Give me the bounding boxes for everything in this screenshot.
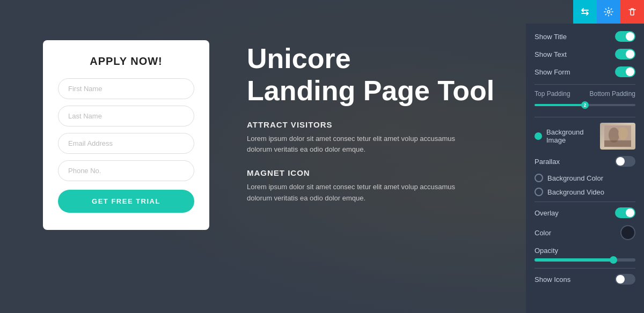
- color-row: Color: [535, 225, 635, 240]
- sidebar-panel: Show Title Show Text Show Form Top Paddi…: [526, 24, 644, 313]
- opacity-label: Opacity: [535, 247, 558, 255]
- show-icons-toggle[interactable]: [615, 274, 635, 285]
- top-toolbar: [573, 0, 644, 24]
- divider-2: [535, 117, 635, 117]
- divider-4: [535, 268, 635, 269]
- bg-color-radio[interactable]: [535, 174, 543, 182]
- padding-slider[interactable]: 2: [535, 100, 635, 110]
- bg-image-dot: [535, 132, 542, 140]
- get-free-trial-button[interactable]: GET FREE TRIAL: [58, 190, 194, 213]
- bg-color-label: Background Color: [547, 174, 603, 182]
- show-title-row: Show Title: [535, 31, 635, 42]
- show-title-toggle[interactable]: [615, 31, 635, 42]
- transfer-button[interactable]: [573, 0, 597, 24]
- svg-point-2: [609, 128, 619, 143]
- opacity-row: Opacity: [535, 245, 635, 262]
- color-label: Color: [535, 229, 551, 237]
- divider-1: [535, 84, 635, 85]
- hero-section: APPLY NOW! GET FREE TRIAL Unicore Landin…: [0, 0, 644, 313]
- show-text-toggle[interactable]: [615, 49, 635, 59]
- parallax-label: Parallax: [535, 158, 560, 166]
- bg-image-row: Background Image: [535, 123, 635, 150]
- svg-rect-4: [604, 140, 631, 147]
- show-text-label: Show Text: [535, 50, 567, 58]
- opacity-slider[interactable]: [535, 258, 635, 262]
- bg-color-row: Background Color: [535, 174, 635, 182]
- section2-title: MAGNET ICON: [247, 168, 494, 177]
- svg-point-3: [618, 127, 628, 140]
- bg-video-radio[interactable]: [535, 188, 543, 196]
- hero-content: Unicore Landing Page Tool ATTRACT VISITO…: [247, 43, 494, 217]
- bottom-padding-label: Bottom Padding: [590, 90, 635, 98]
- phone-input[interactable]: [58, 160, 194, 181]
- color-swatch[interactable]: [620, 225, 635, 240]
- show-icons-row: Show Icons: [535, 274, 635, 285]
- opacity-thumb[interactable]: [610, 256, 617, 264]
- bg-video-label: Background Video: [547, 188, 604, 196]
- bg-video-row: Background Video: [535, 188, 635, 196]
- slider-thumb[interactable]: 2: [581, 101, 589, 109]
- section2-text: Lorem ipsum dolor sit amet consec tetur …: [247, 182, 478, 204]
- svg-point-0: [608, 11, 610, 13]
- show-icons-label: Show Icons: [535, 275, 570, 284]
- hero-title: Unicore Landing Page Tool: [247, 43, 494, 107]
- section1-title: ATTRACT VISITORS: [247, 120, 494, 129]
- divider-3: [535, 202, 635, 202]
- parallax-row: Parallax: [535, 156, 635, 167]
- first-name-input[interactable]: [58, 78, 194, 99]
- settings-button[interactable]: [597, 0, 620, 24]
- show-form-toggle[interactable]: [615, 66, 635, 77]
- form-title: APPLY NOW!: [58, 55, 194, 68]
- show-title-label: Show Title: [535, 33, 567, 41]
- last-name-input[interactable]: [58, 106, 194, 126]
- email-input[interactable]: [58, 133, 194, 154]
- form-card: APPLY NOW! GET FREE TRIAL: [43, 40, 209, 230]
- top-padding-label: Top Padding: [535, 90, 570, 98]
- overlay-row: Overlay: [535, 207, 635, 218]
- overlay-toggle[interactable]: [615, 207, 635, 218]
- show-form-label: Show Form: [535, 68, 570, 76]
- overlay-label: Overlay: [535, 209, 559, 217]
- slider-fill: [535, 104, 585, 106]
- section1-text: Lorem ipsum dolor sit amet consec tetur …: [247, 133, 478, 156]
- show-text-row: Show Text: [535, 49, 635, 59]
- parallax-toggle[interactable]: [615, 156, 635, 167]
- bg-image-thumbnail[interactable]: [600, 123, 635, 150]
- show-form-row: Show Form: [535, 66, 635, 77]
- bg-image-label: Background Image: [546, 128, 600, 144]
- delete-button[interactable]: [620, 0, 644, 24]
- padding-row: Top Padding Bottom Padding 2: [535, 90, 635, 110]
